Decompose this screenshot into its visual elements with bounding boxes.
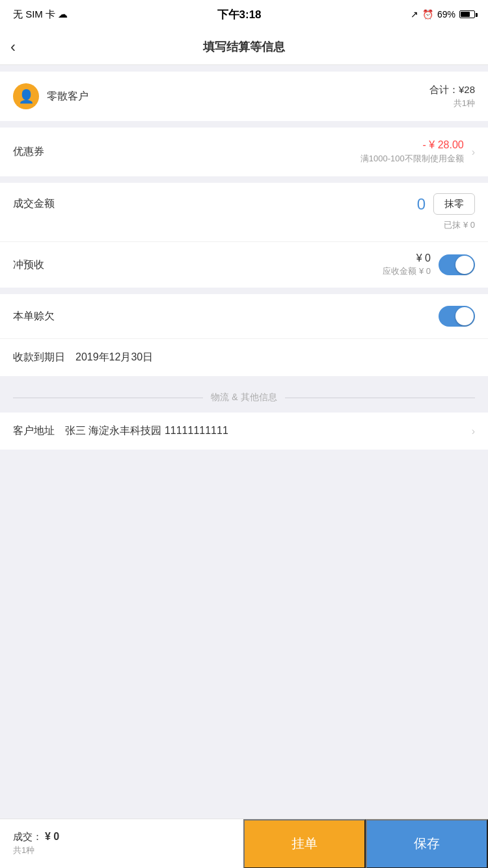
logistics-header-text: 物流 & 其他信息	[211, 392, 277, 403]
due-date-label: 收款到期日	[13, 351, 65, 364]
transaction-amount-value[interactable]: 0	[417, 195, 426, 213]
avatar-icon: 👤	[18, 88, 34, 104]
sim-status: 无 SIM 卡 ☁	[13, 8, 68, 21]
round-zero-button[interactable]: 抹零	[433, 193, 475, 215]
coupon-right: - ¥ 28.00 满1000-100不限制使用金额 ›	[360, 139, 475, 165]
battery-icon	[459, 10, 475, 18]
bottom-deal-label: 成交：	[13, 831, 42, 843]
coupon-row[interactable]: 优惠券 - ¥ 28.00 满1000-100不限制使用金额 ›	[0, 128, 488, 176]
address-label: 客户地址	[13, 424, 55, 438]
logistics-header: 物流 & 其他信息	[0, 383, 488, 413]
advance-toggle[interactable]	[439, 254, 475, 275]
round-zero-sub: 已抹 ¥ 0	[444, 220, 475, 230]
location-icon: ↗	[411, 9, 418, 20]
save-button[interactable]: 保存	[366, 819, 488, 869]
coupon-amount: - ¥ 28.00	[360, 139, 464, 151]
transaction-amount-label: 成交金额	[13, 197, 55, 211]
address-value: 张三 海淀永丰科技园 11111111111	[65, 424, 472, 438]
customer-row: 👤 零散客户 合计：¥28 共1种	[0, 72, 488, 121]
debt-section: 本单赊欠	[0, 294, 488, 338]
advance-section: 冲预收 ¥ 0 应收金额 ¥ 0	[0, 242, 488, 288]
coupon-desc: 满1000-100不限制使用金额	[360, 153, 464, 165]
due-date-section: 收款到期日 2019年12月30日	[0, 338, 488, 376]
customer-right: 合计：¥28 共1种	[429, 84, 475, 109]
advance-amount: ¥ 0	[383, 252, 431, 264]
hold-button[interactable]: 挂单	[243, 819, 366, 869]
advance-values: ¥ 0 应收金额 ¥ 0	[383, 252, 431, 277]
status-time: 下午3:18	[217, 7, 262, 22]
advance-label: 冲预收	[13, 258, 44, 272]
debt-toggle[interactable]	[439, 306, 475, 327]
address-chevron-icon: ›	[472, 426, 475, 437]
nav-bar: ‹ 填写结算等信息	[0, 29, 488, 65]
bottom-info: 成交： ¥ 0 共1种	[0, 831, 243, 856]
alarm-icon: ⏰	[422, 9, 433, 20]
status-bar: 无 SIM 卡 ☁ 下午3:18 ↗ ⏰ 69%	[0, 0, 488, 29]
coupon-label: 优惠券	[13, 145, 44, 159]
customer-name: 零散客户	[47, 90, 88, 103]
customer-left: 👤 零散客户	[13, 83, 88, 109]
transaction-amount-section: 成交金额 0 抹零 已抹 ¥ 0	[0, 183, 488, 242]
back-button[interactable]: ‹	[10, 38, 16, 56]
address-section[interactable]: 客户地址 张三 海淀永丰科技园 11111111111 ›	[0, 413, 488, 450]
empty-space	[0, 456, 488, 586]
battery-percent: 69%	[437, 9, 455, 20]
coupon-chevron-icon: ›	[472, 146, 475, 158]
debt-label: 本单赊欠	[13, 310, 55, 323]
customer-avatar: 👤	[13, 83, 39, 109]
debt-toggle-knob	[455, 307, 474, 325]
status-right: ↗ ⏰ 69%	[411, 9, 475, 20]
advance-sub: 应收金额 ¥ 0	[383, 265, 431, 277]
advance-toggle-knob	[455, 256, 474, 274]
status-left: 无 SIM 卡 ☁	[13, 8, 68, 21]
bottom-count: 共1种	[13, 845, 230, 856]
customer-count: 共1种	[429, 98, 475, 109]
header-line-right	[285, 398, 475, 398]
bottom-deal-amount: ¥ 0	[45, 831, 59, 843]
header-line-left	[13, 398, 203, 398]
advance-right: ¥ 0 应收金额 ¥ 0	[383, 252, 475, 277]
bottom-bar: 成交： ¥ 0 共1种 挂单 保存	[0, 819, 488, 868]
due-date-value: 2019年12月30日	[75, 351, 153, 364]
page-title: 填写结算等信息	[203, 39, 285, 55]
customer-total: 合计：¥28	[429, 84, 475, 96]
